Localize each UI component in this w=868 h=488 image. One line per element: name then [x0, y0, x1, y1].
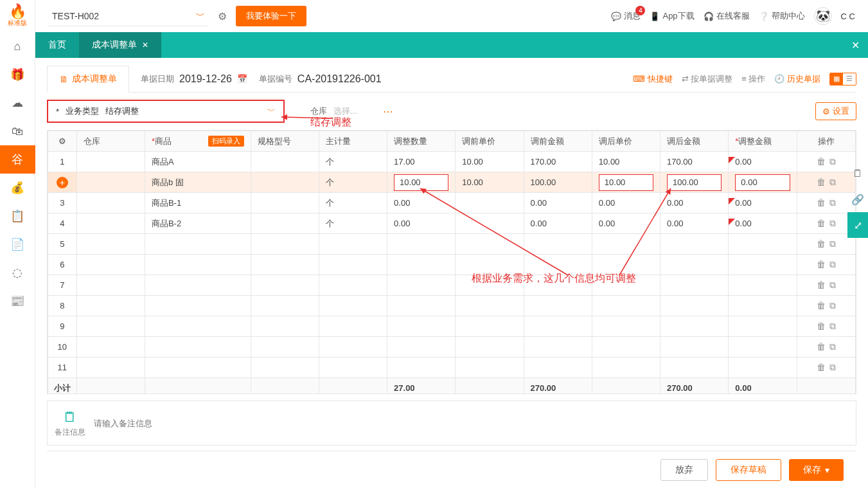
more-icon[interactable]: ⋯: [383, 105, 393, 118]
cell-postprice[interactable]: 0.00: [592, 213, 660, 234]
cell-postamt[interactable]: 0.00: [660, 193, 729, 213]
cell-postamt[interactable]: 0.00: [660, 213, 729, 234]
cell-product[interactable]: [145, 337, 251, 357]
doc-date[interactable]: 2019-12-26: [179, 73, 232, 85]
cell-product[interactable]: [145, 275, 251, 296]
cell-qty[interactable]: 0.00: [387, 193, 456, 213]
copy-icon[interactable]: ⧉: [829, 259, 836, 269]
cell-qty[interactable]: [387, 357, 456, 378]
cell-spec[interactable]: [251, 213, 319, 234]
cell-qty[interactable]: [387, 255, 456, 275]
postamt-input[interactable]: 100.00: [667, 174, 722, 191]
tab-cost-adjust[interactable]: 成本调整单✕: [79, 32, 161, 58]
nav-warehouse-icon[interactable]: ⾕: [0, 145, 35, 174]
cell-adjamt[interactable]: [729, 234, 797, 255]
table-row[interactable]: 6🗑⧉: [48, 255, 856, 275]
save-draft-button[interactable]: 保存草稿: [716, 459, 781, 481]
nav-loading-icon[interactable]: ◌: [0, 258, 35, 287]
app-download-link[interactable]: 📱 App下载: [650, 10, 694, 22]
adjamt-input[interactable]: 0.00: [735, 174, 790, 191]
cell-adjamt[interactable]: 0.00: [729, 152, 797, 172]
gear-icon[interactable]: ⚙: [218, 10, 227, 23]
copy-icon[interactable]: ⧉: [829, 156, 836, 167]
cell-spec[interactable]: [251, 234, 319, 255]
cell-product[interactable]: 商品B-2: [145, 213, 251, 234]
cell-adjamt[interactable]: 0.00: [729, 193, 797, 213]
nav-bag-icon[interactable]: 🛍: [0, 117, 35, 145]
cell-postprice[interactable]: [592, 234, 660, 255]
cell-warehouse[interactable]: [76, 234, 145, 255]
cell-product[interactable]: 商品B-1: [145, 193, 251, 213]
close-icon[interactable]: ✕: [142, 41, 148, 50]
table-row[interactable]: 9🗑⧉: [48, 316, 856, 337]
cell-postprice[interactable]: [592, 337, 660, 357]
table-row[interactable]: 10🗑⧉: [48, 337, 856, 357]
cell-postprice[interactable]: [592, 255, 660, 275]
delete-icon[interactable]: 🗑: [817, 280, 826, 290]
table-row[interactable]: 11🗑⧉: [48, 357, 856, 378]
cell-product[interactable]: [145, 357, 251, 378]
cell-postamt[interactable]: [660, 357, 729, 378]
copy-icon[interactable]: ⧉: [829, 218, 836, 228]
table-row[interactable]: 3商品B-1个0.000.000.000.000.00🗑⧉: [48, 193, 856, 213]
discard-button[interactable]: 放弃: [660, 459, 708, 481]
cell-warehouse[interactable]: [76, 316, 145, 337]
delete-icon[interactable]: 🗑: [817, 239, 826, 249]
cell-spec[interactable]: [251, 275, 319, 296]
cell-postprice[interactable]: 0.00: [592, 193, 660, 213]
doc-tab[interactable]: 🗎成本调整单: [47, 66, 129, 93]
cell-product[interactable]: [145, 316, 251, 337]
copy-icon[interactable]: ⧉: [829, 362, 836, 372]
delete-icon[interactable]: 🗑: [817, 362, 826, 372]
table-row[interactable]: 4商品B-2个0.000.000.000.000.00🗑⧉: [48, 213, 856, 234]
cell-adjamt[interactable]: [729, 296, 797, 316]
cell-warehouse[interactable]: [76, 275, 145, 296]
delete-icon[interactable]: 🗑: [817, 177, 826, 187]
by-bill-link[interactable]: ⇄ 按单据调整: [682, 73, 733, 85]
cell-adjamt[interactable]: [729, 255, 797, 275]
note-icon[interactable]: 🗒: [847, 161, 868, 186]
nav-money-icon[interactable]: 💰: [0, 174, 35, 202]
delete-icon[interactable]: 🗑: [817, 321, 826, 331]
cell-postprice[interactable]: 10.00: [592, 172, 660, 193]
table-row[interactable]: +商品b 固个10.0010.00100.0010.00100.000.00🗑⧉: [48, 172, 856, 193]
nav-cloud-icon[interactable]: ☁: [0, 89, 35, 117]
delete-icon[interactable]: 🗑: [817, 259, 826, 269]
nav-new-icon[interactable]: 📰: [0, 287, 35, 315]
delete-icon[interactable]: 🗑: [817, 218, 826, 228]
nav-gift-icon[interactable]: 🎁: [0, 60, 35, 89]
cell-product[interactable]: [145, 296, 251, 316]
cell-qty[interactable]: [387, 275, 456, 296]
cell-warehouse[interactable]: [76, 337, 145, 357]
cell-postprice[interactable]: [592, 275, 660, 296]
table-row[interactable]: 5🗑⧉: [48, 234, 856, 255]
cell-spec[interactable]: [251, 357, 319, 378]
table-row[interactable]: 1商品A个17.0010.00170.0010.00170.000.00🗑⧉: [48, 152, 856, 172]
cell-spec[interactable]: [251, 337, 319, 357]
cell-spec[interactable]: [251, 296, 319, 316]
customer-service-link[interactable]: 🎧 在线客服: [704, 10, 750, 22]
cell-qty[interactable]: [387, 234, 456, 255]
cell-qty[interactable]: 10.00: [387, 172, 456, 193]
history-link[interactable]: 🕘 历史单据: [774, 73, 820, 85]
save-button[interactable]: 保存 ▾: [789, 459, 844, 481]
cell-adjamt[interactable]: [729, 337, 797, 357]
cell-product[interactable]: [145, 234, 251, 255]
cell-product[interactable]: 商品b 固: [145, 172, 251, 193]
tab-home[interactable]: 首页: [35, 32, 79, 58]
cell-adjamt[interactable]: 0.00: [729, 172, 797, 193]
cell-postprice[interactable]: 10.00: [592, 152, 660, 172]
cell-postamt[interactable]: 100.00: [660, 172, 729, 193]
copy-icon[interactable]: ⧉: [829, 177, 836, 187]
cell-warehouse[interactable]: [76, 357, 145, 378]
nav-form-icon[interactable]: 📄: [0, 230, 35, 258]
hotkey-link[interactable]: ⌨ 快捷键: [633, 73, 673, 85]
link-icon[interactable]: 🔗: [847, 186, 868, 212]
scan-button[interactable]: 扫码录入: [208, 136, 244, 147]
cell-adjamt[interactable]: [729, 316, 797, 337]
try-button[interactable]: 我要体验一下: [236, 6, 306, 26]
cell-postamt[interactable]: 170.00: [660, 152, 729, 172]
nav-clipboard-icon[interactable]: 📋: [0, 202, 35, 230]
operations-link[interactable]: ≡ 操作: [741, 73, 765, 85]
copy-icon[interactable]: ⧉: [829, 321, 836, 331]
